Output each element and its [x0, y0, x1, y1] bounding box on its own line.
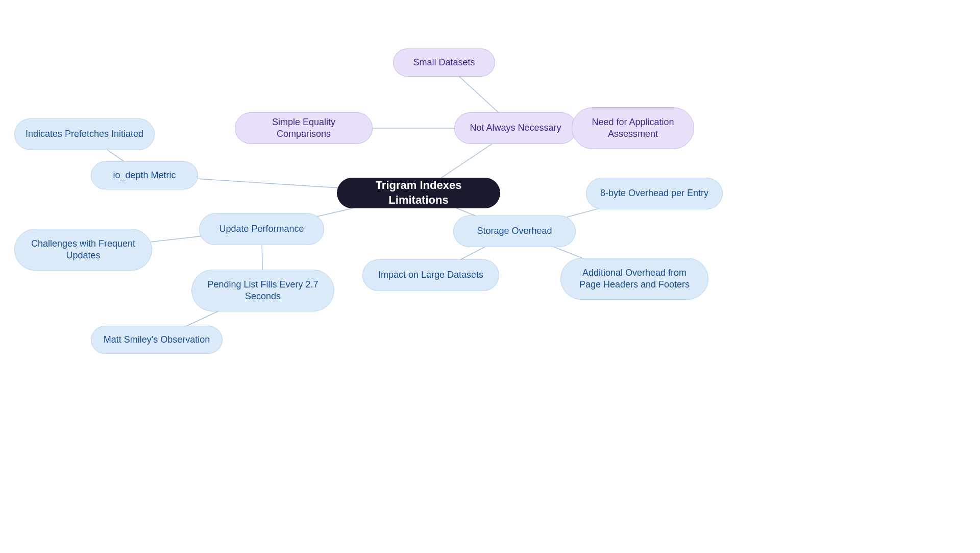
- challenges-frequent-node: Challenges with Frequent Updates: [14, 229, 152, 271]
- simple-equality-node: Simple Equality Comparisons: [235, 112, 373, 144]
- io-depth-node: io_depth Metric: [91, 161, 198, 189]
- update-performance-node: Update Performance: [199, 213, 324, 245]
- storage-overhead-node: Storage Overhead: [453, 215, 576, 247]
- not-always-necessary-node: Not Always Necessary: [454, 112, 577, 144]
- need-for-assessment-node: Need for Application Assessment: [572, 107, 694, 149]
- indicates-prefetches-node: Indicates Prefetches Initiated: [14, 118, 155, 150]
- pending-list-node: Pending List Fills Every 2.7 Seconds: [191, 270, 334, 311]
- additional-overhead-node: Additional Overhead from Page Headers an…: [560, 258, 708, 300]
- impact-large-datasets-node: Impact on Large Datasets: [362, 259, 499, 291]
- small-datasets-node: Small Datasets: [393, 49, 495, 77]
- eight-byte-overhead-node: 8-byte Overhead per Entry: [586, 178, 723, 209]
- center-node: Trigram Indexes Limitations: [337, 178, 500, 208]
- matt-smiley-node: Matt Smiley's Observation: [91, 326, 223, 354]
